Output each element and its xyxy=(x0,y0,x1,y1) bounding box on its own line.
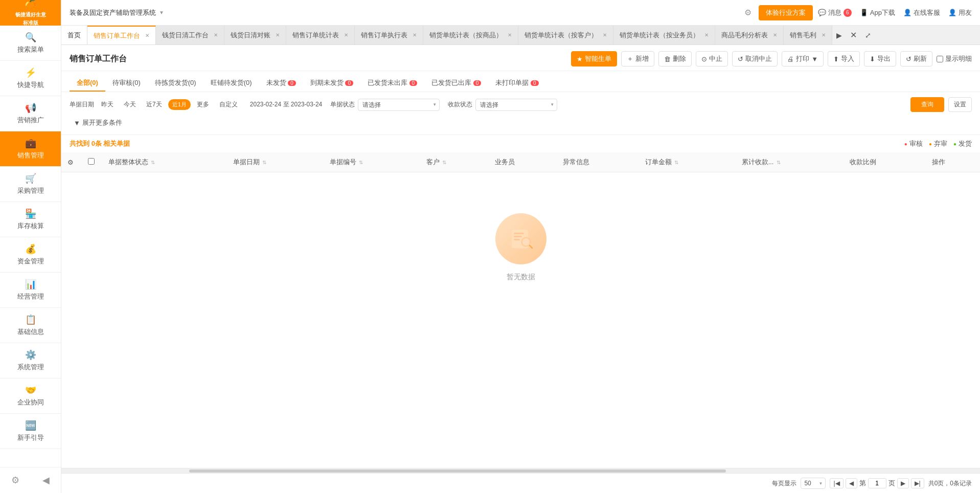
tab-close-icon[interactable]: ✕ xyxy=(276,32,280,38)
filter-tab-shipped-out[interactable]: 已发货已出库 0 xyxy=(424,75,488,92)
filter-tab-wangpu[interactable]: 旺铺待发货(0) xyxy=(203,75,259,92)
tab-close-icon[interactable]: ✕ xyxy=(344,32,348,38)
tab-sales-order-workbench[interactable]: 销售订单工作台 ✕ xyxy=(87,26,156,45)
tab-close-icon[interactable]: ✕ xyxy=(145,33,149,38)
tab-sales-order-stats[interactable]: 销售订单统计表 ✕ xyxy=(286,26,355,45)
ship-action-btn[interactable]: ● 发货 xyxy=(953,139,972,148)
filter-tab-pending-review[interactable]: 待审核(0) xyxy=(105,75,148,92)
import-icon: ⬆ xyxy=(833,55,839,63)
tab-cash-reconcile[interactable]: 钱货日清对账 ✕ xyxy=(224,26,286,45)
date-opt-last7days[interactable]: 近7天 xyxy=(142,99,166,110)
add-btn[interactable]: ＋ 新增 xyxy=(621,51,654,66)
expand-label: 展开更多条件 xyxy=(82,118,122,127)
show-detail-checkbox[interactable]: 显示明细 xyxy=(937,54,972,63)
stop-btn[interactable]: ⊙ 中止 xyxy=(696,51,728,66)
system-title-dropdown-icon[interactable]: ▼ xyxy=(159,10,164,15)
finance-icon: 💰 xyxy=(25,243,36,255)
sidebar-item-guide[interactable]: 🆕 新手引导 xyxy=(0,414,61,449)
tab-sales-profit[interactable]: 销售毛利 ✕ xyxy=(784,26,832,45)
tab-sales-stats-customer[interactable]: 销货单统计表（按客户） ✕ xyxy=(518,26,613,45)
tab-sales-stats-staff[interactable]: 销货单统计表（按业务员） ✕ xyxy=(613,26,715,45)
prev-page-btn[interactable]: ◀ xyxy=(846,478,857,488)
sidebar-item-basic-info[interactable]: 📋 基础信息 xyxy=(0,308,61,343)
tab-daily-cash[interactable]: 钱货日清工作台 ✕ xyxy=(156,26,224,45)
status-select[interactable]: 请选择 xyxy=(358,99,440,111)
tab-maximize-btn[interactable]: ⤢ xyxy=(861,26,875,45)
tab-close-icon[interactable]: ✕ xyxy=(704,32,709,38)
page-actions: ★ 智能生单 ＋ 新增 🗑 删除 ⊙ 中止 ↺ 取消中止 xyxy=(571,51,972,66)
tab-close-icon[interactable]: ✕ xyxy=(508,32,512,38)
settings-btn[interactable]: 设置 xyxy=(948,97,972,112)
tab-close-icon[interactable]: ✕ xyxy=(603,32,607,38)
sidebar-item-inventory[interactable]: 🏪 库存核算 xyxy=(0,202,61,237)
online-service-btn[interactable]: 👤 在线客服 xyxy=(903,8,940,17)
sidebar-item-operations[interactable]: 📊 经营管理 xyxy=(0,273,61,308)
app-download-btn[interactable]: 📱 App下载 xyxy=(860,8,895,17)
refresh-btn[interactable]: ↺ 刷新 xyxy=(900,51,932,66)
filter-tab-not-shipped[interactable]: 未发货 0 xyxy=(259,75,303,92)
tab-close-icon[interactable]: ✕ xyxy=(773,32,777,38)
tab-home[interactable]: 首页 xyxy=(61,26,87,45)
sort-number-icon[interactable]: ⇅ xyxy=(359,160,363,165)
sort-customer-icon[interactable]: ⇅ xyxy=(442,160,446,165)
sort-amount-icon[interactable]: ⇅ xyxy=(674,160,678,165)
column-settings-icon[interactable]: ⚙ xyxy=(67,159,74,166)
smart-create-btn[interactable]: ★ 智能生单 xyxy=(571,51,617,66)
scrollbar-thumb[interactable] xyxy=(189,469,726,473)
show-detail-input[interactable] xyxy=(937,56,943,62)
tab-sales-stats-product[interactable]: 销货单统计表（按商品） ✕ xyxy=(423,26,518,45)
sidebar-item-search[interactable]: 🔍 搜索菜单 xyxy=(0,26,61,61)
sort-status-icon[interactable]: ⇅ xyxy=(151,160,155,165)
import-btn[interactable]: ⬆ 导入 xyxy=(828,51,860,66)
sidebar-item-quick-nav[interactable]: ⚡ 快捷导航 xyxy=(0,61,61,96)
sidebar-item-system[interactable]: ⚙️ 系统管理 xyxy=(0,343,61,378)
message-btn[interactable]: 💬 消息 6 xyxy=(818,8,852,17)
tab-sales-order-exec[interactable]: 销售订单执行表 ✕ xyxy=(355,26,423,45)
tab-close-all-btn[interactable]: ✕ xyxy=(846,26,861,45)
filter-tab-pending-inspect[interactable]: 待拣货发货(0) xyxy=(148,75,203,92)
print-btn[interactable]: 🖨 打印 ▼ xyxy=(782,51,824,66)
sort-date-icon[interactable]: ⇅ xyxy=(262,160,266,165)
date-opt-more[interactable]: 更多 xyxy=(193,99,213,110)
trial-btn[interactable]: 体验行业方案 xyxy=(759,5,813,20)
date-opt-yesterday[interactable]: 昨天 xyxy=(97,99,118,110)
select-all-checkbox[interactable] xyxy=(88,158,95,165)
last-page-btn[interactable]: ▶| xyxy=(911,478,924,488)
tab-close-icon[interactable]: ✕ xyxy=(214,32,218,38)
page-num-input[interactable] xyxy=(868,478,886,488)
delete-btn[interactable]: 🗑 删除 xyxy=(658,51,692,66)
topbar-gear-icon[interactable]: ⚙ xyxy=(742,6,754,19)
smart-create-label: 智能生单 xyxy=(585,54,611,63)
filter-tab-shipped-not-out[interactable]: 已发货未出库 0 xyxy=(360,75,424,92)
tab-more-btn[interactable]: ▶ xyxy=(832,26,846,45)
date-opt-today[interactable]: 今天 xyxy=(120,99,140,110)
sort-collected-icon[interactable]: ⇅ xyxy=(777,160,781,165)
sidebar-item-marketing[interactable]: 📢 营销推广 xyxy=(0,96,61,131)
tab-close-icon[interactable]: ✕ xyxy=(413,32,417,38)
sidebar-item-sales[interactable]: 💼 销售管理 xyxy=(0,131,61,167)
tab-gross-profit[interactable]: 商品毛利分析表 ✕ xyxy=(715,26,784,45)
query-btn[interactable]: 查询 xyxy=(910,97,944,112)
filter-tab-all[interactable]: 全部(0) xyxy=(70,75,105,92)
review-action-btn[interactable]: ● 审核 xyxy=(904,139,923,148)
sidebar-item-purchase[interactable]: 🛒 采购管理 xyxy=(0,167,61,202)
export-btn[interactable]: ⬇ 导出 xyxy=(864,51,896,66)
sidebar-item-finance[interactable]: 💰 资金管理 xyxy=(0,237,61,273)
sidebar-item-enterprise[interactable]: 🤝 企业协同 xyxy=(0,378,61,414)
cancel-review-action-btn[interactable]: ● 弃审 xyxy=(929,139,947,148)
expand-more-btn[interactable]: ▼ 展开更多条件 xyxy=(70,116,126,129)
filter-tab-not-printed[interactable]: 未打印单据 0 xyxy=(488,75,545,92)
date-opt-custom[interactable]: 自定义 xyxy=(215,99,242,110)
cancel-stop-btn[interactable]: ↺ 取消中止 xyxy=(732,51,778,66)
tab-close-icon[interactable]: ✕ xyxy=(822,32,826,38)
collapse-btn[interactable]: ◀ xyxy=(38,473,54,488)
payment-select[interactable]: 请选择 xyxy=(475,99,557,111)
date-opt-last1month[interactable]: 近1月 xyxy=(168,99,191,110)
first-page-btn[interactable]: |◀ xyxy=(830,478,843,488)
filter-tab-overdue[interactable]: 到期未发货 0 xyxy=(303,75,360,92)
filter-payment-item: 收款状态 请选择 xyxy=(448,99,557,111)
settings-bottom-btn[interactable]: ⚙ xyxy=(7,473,24,488)
next-page-btn[interactable]: ▶ xyxy=(897,478,909,488)
user-menu-btn[interactable]: 👤 用友 xyxy=(948,8,972,17)
per-page-select[interactable]: 50 100 200 xyxy=(801,478,826,489)
